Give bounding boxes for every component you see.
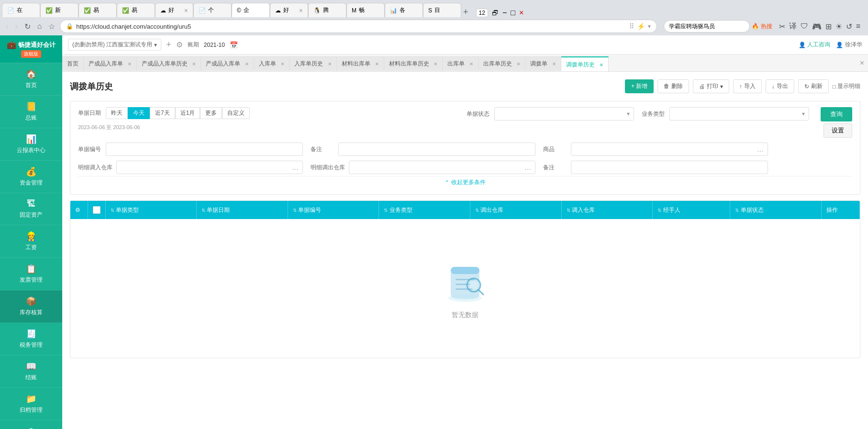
th-settings[interactable]: ⚙ bbox=[70, 201, 88, 219]
translate-icon[interactable]: 译 bbox=[789, 22, 797, 32]
url-bar[interactable]: 🔒 https://cloud.chanjet.com/accounting/u… bbox=[60, 20, 657, 33]
browser-tab-close-8[interactable]: × bbox=[299, 7, 303, 14]
page-tab-out-history[interactable]: 出库单历史 × bbox=[479, 56, 526, 71]
page-tab-production-in2[interactable]: 产成品入库单 × bbox=[201, 56, 254, 71]
note-input[interactable] bbox=[571, 161, 768, 174]
settings-company-button[interactable]: ⚙ bbox=[176, 40, 183, 49]
date-btn-7days[interactable]: 近7天 bbox=[150, 107, 175, 119]
date-btn-1month[interactable]: 近1月 bbox=[175, 107, 200, 119]
close-all-tabs-button[interactable]: × bbox=[856, 59, 868, 67]
browser-tab-5[interactable]: ☁ 好 × bbox=[155, 3, 193, 17]
date-btn-today[interactable]: 今天 bbox=[128, 107, 150, 119]
customer-service[interactable]: 👤 人工咨询 bbox=[799, 41, 830, 49]
page-tab-production-in[interactable]: 产成品入库单 × bbox=[84, 56, 137, 71]
doc-no-input[interactable] bbox=[106, 143, 303, 156]
browser-tab-4[interactable]: ✅ 易 bbox=[117, 3, 155, 17]
refresh-button[interactable]: ↻ 刷新 bbox=[798, 79, 829, 93]
page-tab-close-transfer[interactable]: × bbox=[552, 60, 556, 67]
browser-tab-11[interactable]: 📊 各 bbox=[385, 3, 423, 17]
collapse-button[interactable]: ⌃ 收起更多条件 bbox=[78, 176, 852, 188]
sidebar-item-payroll[interactable]: 👷 工资 bbox=[0, 225, 62, 258]
print-button[interactable]: 🖨 打印 ▾ bbox=[693, 79, 729, 93]
page-tab-transfer-history[interactable]: 调拨单历史 × bbox=[561, 56, 609, 71]
page-tab-close-production-in2[interactable]: × bbox=[245, 60, 249, 67]
th-in-warehouse[interactable]: ⇅ 调入仓库 bbox=[561, 201, 653, 219]
browser-tab-close-5[interactable]: × bbox=[184, 7, 188, 14]
calendar-icon[interactable]: 📅 bbox=[230, 41, 238, 49]
sidebar-item-reports[interactable]: 📊 云报表中心 bbox=[0, 128, 62, 161]
remark-input[interactable] bbox=[338, 143, 535, 156]
th-doc-date[interactable]: ⇅ 单据日期 bbox=[197, 201, 288, 219]
sidebar-item-inventory[interactable]: 📦 库存核算 bbox=[0, 290, 62, 323]
status-select[interactable]: ▾ bbox=[494, 107, 634, 121]
detail-in-input[interactable]: … bbox=[116, 161, 303, 174]
page-tab-transfer[interactable]: 调拨单 × bbox=[525, 56, 561, 71]
delete-button[interactable]: 🗑 删除 bbox=[657, 79, 689, 93]
page-tab-close-production-in-history[interactable]: × bbox=[192, 60, 196, 67]
company-selector[interactable]: (勿删勿禁用) 江西服宝测试专用 ▾ bbox=[68, 39, 161, 51]
page-tab-in[interactable]: 入库单 × bbox=[254, 56, 290, 71]
page-tab-close-material-out[interactable]: × bbox=[375, 60, 379, 67]
setting-button[interactable]: 设置 bbox=[823, 123, 852, 138]
back-button[interactable]: ‹ bbox=[4, 21, 10, 32]
export-button[interactable]: ↓ 导出 bbox=[766, 79, 794, 93]
refresh-button[interactable]: ↻ bbox=[22, 21, 33, 32]
maximize-button[interactable]: □ bbox=[511, 9, 515, 17]
th-doc-no[interactable]: ⇅ 单据编号 bbox=[288, 201, 379, 219]
browser-tab-8[interactable]: ☁ 好 × bbox=[270, 3, 308, 17]
query-button[interactable]: 查询 bbox=[821, 107, 852, 121]
browser-tab-7[interactable]: © 企 bbox=[232, 3, 270, 17]
sidebar-item-closing[interactable]: 📖 结账 bbox=[0, 355, 62, 388]
cut-icon[interactable]: ✂ bbox=[779, 22, 785, 31]
import-button[interactable]: ↑ 导入 bbox=[733, 79, 762, 93]
th-doc-type[interactable]: ⇅ 单据类型 bbox=[105, 201, 197, 219]
bookmark-button[interactable]: ☆ bbox=[46, 21, 57, 32]
sidebar-item-home[interactable]: 🏠 首页 bbox=[0, 63, 62, 96]
show-columns-toggle[interactable]: □ 显示明细 bbox=[833, 82, 860, 90]
browser-tab-10[interactable]: M 畅 bbox=[346, 3, 385, 17]
sidebar-item-archive[interactable]: 📁 归档管理 bbox=[0, 388, 62, 420]
page-tab-home[interactable]: 首页 bbox=[62, 56, 84, 71]
sidebar-item-tax[interactable]: 🧾 税务管理 bbox=[0, 323, 62, 355]
add-company-button[interactable]: + bbox=[166, 40, 171, 50]
th-out-warehouse[interactable]: ⇅ 调出仓库 bbox=[470, 201, 561, 219]
th-checkbox[interactable] bbox=[88, 201, 105, 219]
browser-tab-9[interactable]: 🐧 腾 bbox=[308, 3, 346, 17]
user-info[interactable]: 👤 徐泽华 bbox=[836, 41, 862, 49]
sidebar-item-funds[interactable]: 💰 资金管理 bbox=[0, 161, 62, 193]
page-tab-material-out-history[interactable]: 材料出库单历史 × bbox=[384, 56, 443, 71]
date-btn-more[interactable]: 更多 bbox=[200, 107, 222, 119]
grid-icon[interactable]: ⊞ bbox=[825, 22, 832, 31]
new-browser-tab-button[interactable]: + bbox=[461, 7, 470, 17]
sidebar-item-ledger[interactable]: 📒 总账 bbox=[0, 96, 62, 128]
new-button[interactable]: + 新增 bbox=[625, 79, 654, 93]
page-tab-close-in-history[interactable]: × bbox=[328, 60, 332, 67]
history-icon[interactable]: ↺ bbox=[846, 22, 852, 31]
page-tab-close-out-history[interactable]: × bbox=[517, 60, 521, 67]
select-all-checkbox[interactable] bbox=[93, 206, 100, 214]
browser-tab-3[interactable]: ✅ 易 bbox=[78, 3, 117, 17]
sidebar-item-assets[interactable]: 🏗 固定资产 bbox=[0, 193, 62, 225]
page-tab-out[interactable]: 出库单 × bbox=[443, 56, 479, 71]
search-input[interactable] bbox=[664, 20, 750, 33]
th-doc-status[interactable]: ⇅ 单据状态 bbox=[730, 201, 822, 219]
page-tab-material-out[interactable]: 材料出库单 × bbox=[337, 56, 384, 71]
page-tab-close-production-in[interactable]: × bbox=[128, 60, 132, 67]
page-tab-in-history[interactable]: 入库单历史 × bbox=[289, 56, 337, 71]
sun-icon[interactable]: ☀ bbox=[835, 22, 842, 31]
game-icon[interactable]: 🎮 bbox=[812, 22, 822, 31]
biz-type-select[interactable]: ▾ bbox=[669, 107, 809, 121]
shield-icon[interactable]: 🛡 bbox=[801, 22, 808, 31]
page-tab-close-out[interactable]: × bbox=[469, 60, 473, 67]
th-handler[interactable]: ⇅ 经手人 bbox=[653, 201, 730, 219]
forward-button[interactable]: › bbox=[13, 21, 19, 32]
page-tab-production-in-history[interactable]: 产成品入库单历史 × bbox=[137, 56, 201, 71]
minimize-button[interactable]: − bbox=[502, 9, 507, 17]
date-btn-yesterday[interactable]: 昨天 bbox=[106, 107, 128, 119]
sidebar-item-invoices[interactable]: 📋 发票管理 bbox=[0, 258, 62, 290]
page-tab-close-transfer-history[interactable]: × bbox=[600, 61, 603, 68]
close-window-button[interactable]: × bbox=[519, 9, 523, 17]
page-tab-close-in[interactable]: × bbox=[281, 60, 285, 67]
date-btn-custom[interactable]: 自定义 bbox=[222, 107, 250, 119]
goods-input[interactable]: … bbox=[571, 143, 768, 156]
